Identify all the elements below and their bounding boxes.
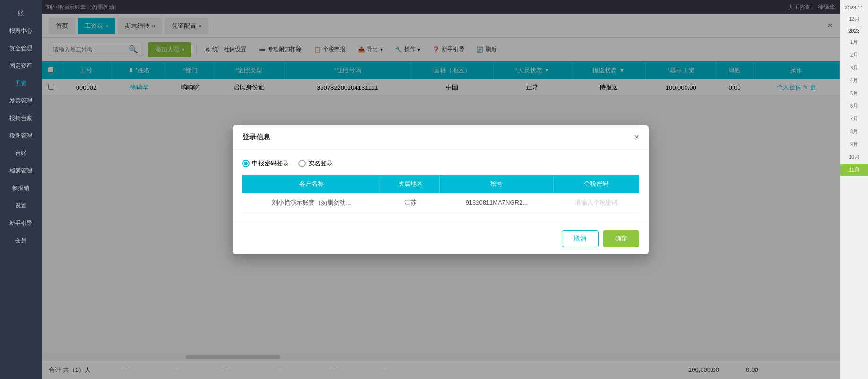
- dialog-col-client: 客户名称: [242, 175, 381, 193]
- dialog-col-tax-password: 个税密码: [554, 175, 639, 193]
- client-table: 客户名称 所属地区 税号 个税密码 刘小艳演示账套（勿删勿动... 江苏 913…: [242, 175, 639, 213]
- sidebar: 账 报表中心 资金管理 固定资产 工资 发票管理 报销台账 税务管理 台账 档案…: [0, 0, 42, 379]
- radio-password-label: 申报密码登录: [252, 159, 289, 168]
- sidebar-item-member[interactable]: 会员: [0, 232, 42, 250]
- sidebar-item-expense[interactable]: 畅报销: [0, 180, 42, 197]
- dialog-close-button[interactable]: ×: [634, 132, 639, 142]
- calendar-month-12[interactable]: 12月: [840, 13, 868, 26]
- dialog-footer: 取消 确定: [233, 223, 649, 254]
- radio-password-circle: [242, 160, 250, 167]
- dialog-col-region: 所属地区: [381, 175, 440, 193]
- radio-realname-label: 实名登录: [308, 159, 333, 168]
- sidebar-item-assets[interactable]: 固定资产: [0, 57, 42, 75]
- calendar-panel: 2023.11 12月 2023 1月 2月 3月 4月 5月 6月 7月 8月…: [840, 0, 868, 379]
- calendar-month-11[interactable]: 11月: [840, 164, 868, 176]
- cell-tax-number: 91320811MA7NGR2...: [440, 193, 554, 213]
- calendar-month-6[interactable]: 6月: [840, 100, 868, 112]
- sidebar-item-reports[interactable]: 报表中心: [0, 22, 42, 40]
- client-table-row: 刘小艳演示账套（勿删勿动... 江苏 91320811MA7NGR2... 请输…: [242, 193, 639, 213]
- calendar-month-9[interactable]: 9月: [840, 138, 868, 151]
- dialog-title: 登录信息: [242, 133, 270, 142]
- dialog-body: 申报密码登录 实名登录 客户名称 所属地区 税号 个税密码: [233, 150, 649, 223]
- login-dialog: 登录信息 × 申报密码登录 实名登录: [233, 125, 649, 254]
- calendar-month-1[interactable]: 1月: [840, 36, 868, 49]
- calendar-month-3[interactable]: 3月: [840, 61, 868, 74]
- calendar-month-2[interactable]: 2月: [840, 49, 868, 61]
- sidebar-item-guide[interactable]: 新手引导: [0, 215, 42, 232]
- sidebar-item-reimbursement[interactable]: 报销台账: [0, 110, 42, 127]
- calendar-month-10[interactable]: 10月: [840, 151, 868, 164]
- calendar-month-7[interactable]: 7月: [840, 112, 868, 125]
- calendar-year-2023: 2023: [848, 26, 859, 36]
- radio-realname-circle: [298, 160, 306, 167]
- cancel-button[interactable]: 取消: [562, 230, 599, 247]
- tax-password-input-placeholder: 请输入个税密码: [575, 199, 618, 206]
- calendar-month-5[interactable]: 5月: [840, 87, 868, 100]
- cell-client-name: 刘小艳演示账套（勿删勿动...: [242, 193, 381, 213]
- sidebar-item-settings[interactable]: 设置: [0, 197, 42, 215]
- sidebar-item-invoice[interactable]: 发票管理: [0, 92, 42, 110]
- cell-tax-password[interactable]: 请输入个税密码: [554, 193, 639, 213]
- main-content: 刘小艳演示账套（勿删勿动） 人工咨询 徐译华 首页 工资表 × 期末结转 × 凭…: [42, 0, 840, 379]
- sidebar-item-archive[interactable]: 档案管理: [0, 162, 42, 180]
- dialog-header: 登录信息 ×: [233, 125, 649, 150]
- sidebar-item-account[interactable]: 账: [0, 5, 42, 22]
- radio-realname-login[interactable]: 实名登录: [298, 159, 333, 168]
- calendar-month-8[interactable]: 8月: [840, 125, 868, 138]
- dialog-overlay: 登录信息 × 申报密码登录 实名登录: [42, 0, 840, 379]
- sidebar-item-salary[interactable]: 工资: [0, 75, 42, 92]
- calendar-month-4[interactable]: 4月: [840, 74, 868, 87]
- login-type-radio-group: 申报密码登录 实名登录: [242, 159, 639, 168]
- sidebar-item-ledger[interactable]: 台账: [0, 145, 42, 162]
- calendar-year-label: 2023.11: [845, 2, 864, 13]
- radio-password-login[interactable]: 申报密码登录: [242, 159, 289, 168]
- cell-region: 江苏: [381, 193, 440, 213]
- confirm-button[interactable]: 确定: [603, 230, 639, 247]
- dialog-col-tax-number: 税号: [440, 175, 554, 193]
- sidebar-item-funds[interactable]: 资金管理: [0, 40, 42, 57]
- sidebar-item-tax[interactable]: 税务管理: [0, 127, 42, 145]
